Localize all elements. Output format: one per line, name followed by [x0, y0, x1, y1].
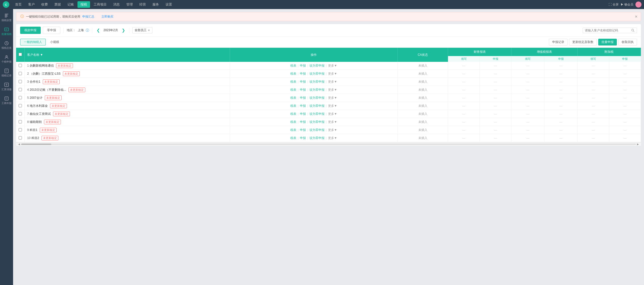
op-zero-declare-btn[interactable]: 设为零申报 — [309, 112, 325, 116]
op-declare-btn[interactable]: 申报 — [300, 112, 306, 116]
op-tax-form-btn[interactable]: 税表 — [290, 96, 296, 100]
scroll-left-btn[interactable]: ◀ — [17, 143, 21, 146]
row-checkbox-cell — [16, 118, 25, 126]
row-checkbox-6[interactable] — [19, 112, 22, 115]
nav-tax[interactable]: 报税 — [77, 1, 90, 8]
op-more-btn[interactable]: 更多▼ — [328, 128, 337, 132]
sidebar-item-annual-report[interactable]: 工商年报 — [0, 94, 13, 107]
search-icon[interactable] — [631, 29, 635, 32]
row-checkbox-3[interactable] — [19, 88, 22, 91]
sort-icon[interactable]: ▼ — [40, 53, 43, 57]
op-declare-btn[interactable]: 申报 — [300, 136, 306, 140]
op-more-btn[interactable]: 更多▼ — [328, 88, 337, 91]
nav-business[interactable]: 经营 — [136, 1, 149, 8]
banner-close-btn[interactable]: ✕ — [635, 15, 638, 19]
row-finance-declare: — — [480, 62, 511, 70]
op-zero-declare-btn[interactable]: 设为零申报 — [309, 96, 325, 100]
sidebar-item-tax-settings[interactable]: 报税设置 — [0, 11, 13, 24]
staff-selector[interactable]: 全部员工 ▼ — [132, 27, 152, 33]
btn-retrieve-receipt[interactable]: 收取回执 — [618, 39, 637, 45]
tab-general-taxpayer[interactable]: 一般的纳税人 — [20, 39, 46, 45]
op-zero-declare-btn[interactable]: 设为零申报 — [309, 72, 325, 75]
op-declare-btn[interactable]: 申报 — [300, 64, 306, 67]
op-declare-btn[interactable]: 申报 — [300, 72, 306, 75]
sidebar-item-batch-tax[interactable]: 批量报税 — [0, 25, 13, 38]
btn-update-fetch[interactable]: 更新统定及取数 — [569, 39, 597, 45]
row-checkbox-7[interactable] — [19, 120, 22, 123]
info-icon[interactable]: ⓘ — [86, 28, 89, 33]
row-checkbox-2[interactable] — [19, 80, 22, 83]
banner-link-buy[interactable]: 立即购买 — [101, 15, 113, 19]
tab-tax-declaration[interactable]: 税款申报 — [20, 27, 41, 34]
op-tax-form-btn[interactable]: 税表 — [290, 80, 296, 83]
op-declare-btn[interactable]: 申报 — [300, 128, 306, 132]
op-more-btn[interactable]: 更多▼ — [328, 72, 337, 75]
op-zero-declare-btn[interactable]: 设为零申报 — [309, 80, 325, 83]
avatar[interactable] — [635, 2, 641, 8]
row-checkbox-5[interactable] — [19, 104, 22, 107]
op-declare-btn[interactable]: 申报 — [300, 88, 306, 91]
op-tax-form-btn[interactable]: 税表 — [290, 64, 296, 67]
row-checkbox-9[interactable] — [19, 136, 22, 139]
op-zero-declare-btn[interactable]: 设为零申报 — [309, 136, 325, 140]
op-declare-btn[interactable]: 申报 — [300, 120, 306, 124]
row-checkbox-8[interactable] — [19, 128, 22, 131]
sidebar-item-records[interactable]: 报税记录 — [0, 66, 13, 79]
scroll-right-btn[interactable]: ▶ — [636, 143, 640, 146]
banner-link-summary[interactable]: 申报汇总 — [82, 15, 94, 19]
table-row: 10 科目2 未更新核定 税表 | 申报 | 设为零申报 | 更多▼ 未插入 —… — [16, 134, 641, 142]
nav-customer[interactable]: 客户 — [25, 1, 38, 8]
op-declare-btn[interactable]: 申报 — [300, 80, 306, 83]
nav-manage[interactable]: 管理 — [123, 1, 136, 8]
vip-btn[interactable]: ▶ 畅会员 — [621, 3, 633, 7]
app-logo[interactable]: C — [3, 1, 10, 8]
date-next-btn[interactable]: ❯ — [120, 28, 126, 33]
btn-batch-declare[interactable]: 批量申报 — [598, 39, 617, 45]
op-zero-declare-btn[interactable]: 设为零申报 — [309, 64, 325, 67]
op-tax-form-btn[interactable]: 税表 — [290, 136, 296, 140]
op-tax-form-btn[interactable]: 税表 — [290, 72, 296, 75]
op-zero-declare-btn[interactable]: 设为零申报 — [309, 104, 325, 108]
nav-message[interactable]: 消息 — [110, 1, 123, 8]
tab-small-scale[interactable]: 小规模 — [46, 39, 63, 45]
op-more-btn[interactable]: 更多▼ — [328, 136, 337, 140]
nav-home[interactable]: 首页 — [12, 1, 25, 8]
op-declare-btn[interactable]: 申报 — [300, 104, 306, 108]
op-tax-form-btn[interactable]: 税表 — [290, 120, 296, 124]
sidebar-item-personal-tax[interactable]: 个税申报 — [0, 53, 13, 65]
row-operations-cell: 税表 | 申报 | 设为零申报 | 更多▼ — [230, 126, 398, 134]
btn-declaration-record[interactable]: 申报记录 — [549, 39, 568, 45]
nav-bookkeeping[interactable]: 记账 — [64, 1, 77, 8]
nav-billing[interactable]: 收费 — [38, 1, 51, 8]
op-more-btn[interactable]: 更多▼ — [328, 80, 337, 83]
op-more-btn[interactable]: 更多▼ — [328, 104, 337, 108]
op-zero-declare-btn[interactable]: 设为零申报 — [309, 128, 325, 132]
nav-service[interactable]: 服务 — [149, 1, 162, 8]
op-more-btn[interactable]: 更多▼ — [328, 112, 337, 116]
nav-settings[interactable]: 设置 — [163, 1, 175, 8]
op-zero-declare-btn[interactable]: 设为零申报 — [309, 120, 325, 124]
date-prev-btn[interactable]: ❮ — [95, 28, 101, 33]
op-declare-btn[interactable]: 申报 — [300, 96, 306, 100]
op-more-btn[interactable]: 更多▼ — [328, 64, 337, 67]
search-input[interactable] — [585, 29, 630, 32]
sidebar-item-overview[interactable]: 报税总览 — [0, 39, 13, 52]
op-tax-form-btn[interactable]: 税表 — [290, 104, 296, 108]
op-tax-form-btn[interactable]: 税表 — [290, 128, 296, 132]
tab-zero-declaration[interactable]: 零申报 — [43, 27, 60, 34]
op-tax-form-btn[interactable]: 税表 — [290, 112, 296, 116]
scroll-track[interactable] — [21, 144, 636, 145]
op-zero-declare-btn[interactable]: 设为零申报 — [309, 88, 325, 91]
select-all-checkbox[interactable] — [19, 53, 22, 56]
row-checkbox-0[interactable] — [19, 64, 22, 67]
row-checkbox-4[interactable] — [19, 96, 22, 99]
row-checkbox-1[interactable] — [19, 72, 22, 75]
nav-commerce[interactable]: 工商项目 — [91, 1, 110, 8]
op-more-btn[interactable]: 更多▼ — [328, 120, 337, 124]
fullscreen-btn[interactable]: ⛶ 全屏 — [609, 3, 618, 7]
nav-invoice[interactable]: 票据 — [51, 1, 64, 8]
sidebar-item-settlement[interactable]: 汇算清缴 — [0, 80, 13, 93]
op-more-btn[interactable]: 更多▼ — [328, 96, 337, 100]
scroll-thumb[interactable] — [21, 144, 51, 145]
op-tax-form-btn[interactable]: 税表 — [290, 88, 296, 91]
